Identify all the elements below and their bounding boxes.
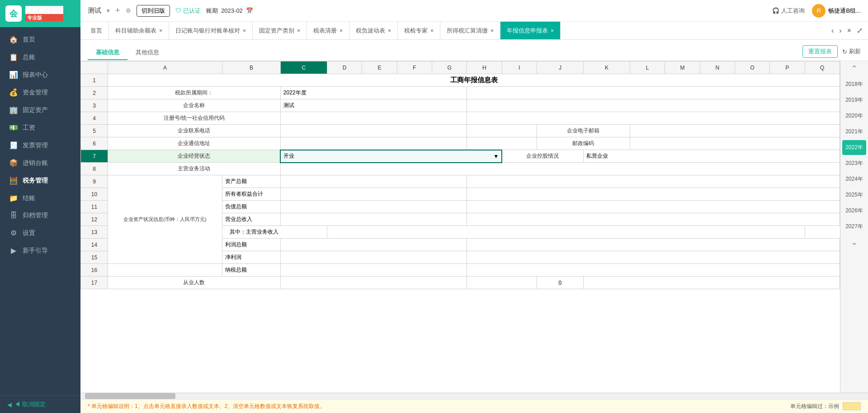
year-item-2024[interactable]: 2024年: [842, 172, 866, 187]
cell-6-zip-value[interactable]: [630, 137, 840, 150]
cell-6-empty[interactable]: [467, 137, 537, 150]
tab-expand-button[interactable]: ⤢: [855, 24, 864, 37]
cell-8-value[interactable]: [280, 163, 840, 175]
row-header-9[interactable]: 9: [81, 175, 108, 188]
row-header-12[interactable]: 12: [81, 213, 108, 226]
cell-4-value[interactable]: [280, 112, 467, 125]
year-panel-down-button[interactable]: ⌄: [840, 235, 868, 250]
tab-journal-close[interactable]: ×: [243, 28, 246, 34]
cell-3-value[interactable]: 测试: [280, 99, 467, 112]
sidebar-item-invoice[interactable]: 🧾 发票管理: [0, 136, 80, 154]
dropdown-arrow-icon[interactable]: ▼: [493, 153, 499, 160]
cell-5-value[interactable]: [280, 125, 467, 137]
tab-asset-close[interactable]: ×: [297, 28, 300, 34]
row-header-6[interactable]: 6: [81, 137, 108, 150]
topbar-add-icon[interactable]: +: [115, 6, 120, 15]
row-header-10[interactable]: 10: [81, 188, 108, 201]
cell-5-email-value[interactable]: [630, 125, 840, 137]
row-header-7[interactable]: 7: [81, 150, 108, 163]
cell-2-empty[interactable]: [467, 87, 840, 99]
col-header-G[interactable]: G: [432, 61, 467, 74]
col-header-Q[interactable]: Q: [805, 61, 840, 74]
cell-12-empty[interactable]: [467, 213, 840, 226]
year-item-2025[interactable]: 2025年: [842, 188, 866, 202]
cell-14-value[interactable]: [280, 239, 467, 251]
col-header-J[interactable]: J: [537, 61, 583, 74]
tab-asset[interactable]: 固定资产类别 ×: [253, 22, 307, 40]
cell-6-value[interactable]: [280, 137, 467, 150]
sidebar-item-settings[interactable]: ⚙ 设置: [0, 224, 80, 242]
tab-next-button[interactable]: ›: [837, 25, 843, 37]
subtab-other[interactable]: 其他信息: [127, 46, 167, 60]
row-header-8[interactable]: 8: [81, 163, 108, 175]
sidebar-item-archive[interactable]: 🗄 归档管理: [0, 207, 80, 224]
row-header-4[interactable]: 4: [81, 112, 108, 125]
cell-9-value[interactable]: [280, 175, 467, 188]
cell-1-title[interactable]: 工商年报信息表: [108, 74, 840, 87]
tab-annual-close[interactable]: ×: [551, 28, 554, 34]
sidebar-item-report[interactable]: 📊 报表中心: [0, 66, 80, 84]
row-header-1[interactable]: 1: [81, 74, 108, 87]
subtab-basic[interactable]: 基础信息: [88, 46, 127, 60]
scrollbar-thumb[interactable]: [85, 393, 175, 399]
cell-5-empty[interactable]: [467, 125, 537, 137]
tab-aux[interactable]: 科目辅助余额表 ×: [109, 22, 169, 40]
tab-taxreturn[interactable]: 税表清册 ×: [307, 22, 349, 40]
year-item-2022[interactable]: 2022年: [842, 140, 866, 155]
col-header-P[interactable]: P: [770, 61, 805, 74]
tab-taxreturn-close[interactable]: ×: [340, 28, 343, 34]
year-item-2026[interactable]: 2026年: [842, 203, 866, 218]
row-header-13[interactable]: 13: [81, 226, 108, 239]
col-header-H[interactable]: H: [467, 61, 502, 74]
cell-14-empty[interactable]: [467, 239, 840, 251]
cell-17-empty1[interactable]: [467, 277, 537, 289]
cell-7-control-value[interactable]: 私营企业: [583, 150, 840, 163]
col-header-L[interactable]: L: [630, 61, 665, 74]
cell-13-value[interactable]: [327, 226, 805, 239]
tab-taxcheck-close[interactable]: ×: [430, 28, 434, 34]
year-item-2027[interactable]: 2027年: [842, 219, 866, 234]
sidebar-item-salary[interactable]: 💵 工资: [0, 119, 80, 136]
tab-aux-close[interactable]: ×: [159, 28, 162, 34]
cell-3-empty[interactable]: [467, 99, 840, 112]
sidebar-item-tax[interactable]: 🧮 税务管理: [0, 172, 80, 189]
row-header-14[interactable]: 14: [81, 239, 108, 251]
sidebar-item-stockledger[interactable]: 📦 进销台账: [0, 154, 80, 172]
col-header-O[interactable]: O: [735, 61, 769, 74]
col-header-M[interactable]: M: [665, 61, 700, 74]
col-header-E[interactable]: E: [362, 61, 397, 74]
sidebar-item-asset[interactable]: 🏢 固定资产: [0, 101, 80, 119]
sidebar-item-fund[interactable]: 💰 资金管理: [0, 84, 80, 101]
sidebar-item-newguide[interactable]: ▶ 新手引导: [0, 242, 80, 259]
tab-journal[interactable]: 日记账与银行对账单核对 ×: [169, 22, 253, 40]
cell-10-empty[interactable]: [467, 188, 840, 201]
col-header-I[interactable]: I: [502, 61, 537, 74]
col-header-D[interactable]: D: [327, 61, 362, 74]
cell-4-empty[interactable]: [467, 112, 840, 125]
cell-16-empty[interactable]: [467, 264, 840, 277]
cell-15-empty[interactable]: [467, 251, 840, 264]
cell-16-value[interactable]: [280, 264, 467, 277]
col-header-F[interactable]: F: [397, 61, 432, 74]
tab-close-all-button[interactable]: ×: [845, 25, 853, 37]
refresh-button[interactable]: ↻ 刷新: [842, 47, 861, 56]
row-header-2[interactable]: 2: [81, 87, 108, 99]
tab-income-close[interactable]: ×: [491, 28, 494, 34]
reset-button[interactable]: 重置报表: [802, 45, 838, 58]
service-button[interactable]: 🎧 人工咨询: [772, 7, 805, 15]
cell-2-C[interactable]: 2022年度: [280, 87, 467, 99]
cell-9-empty[interactable]: [467, 175, 840, 188]
row-header-15[interactable]: 15: [81, 251, 108, 264]
tab-taxfluc[interactable]: 税负波动表 ×: [349, 22, 398, 40]
horizontal-scrollbar[interactable]: [80, 393, 868, 399]
cell-17-value[interactable]: [280, 277, 467, 289]
tab-annual[interactable]: 年报信息申报表 ×: [500, 22, 561, 40]
cell-10-value[interactable]: [280, 188, 467, 201]
tab-income[interactable]: 所得税汇算清缴 ×: [440, 22, 500, 40]
row-header-17[interactable]: 17: [81, 277, 108, 289]
switch-old-version-button[interactable]: 切到旧版: [137, 5, 170, 17]
row-header-16[interactable]: 16: [81, 264, 108, 277]
row-header-3[interactable]: 3: [81, 99, 108, 112]
topbar-settings-icon[interactable]: ⚙: [126, 7, 131, 14]
cell-11-empty[interactable]: [467, 201, 840, 213]
